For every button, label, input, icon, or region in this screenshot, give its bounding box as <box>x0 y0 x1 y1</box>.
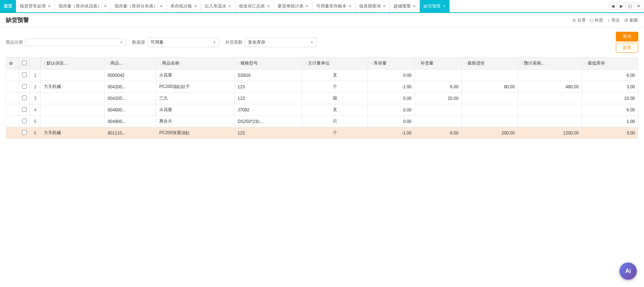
tab-order-stat[interactable]: 要货单统计表 ✕ <box>274 0 313 12</box>
share-label: 分享 <box>577 17 586 23</box>
tab-batch-account[interactable]: 库存批次账 ✕ <box>167 0 201 12</box>
tab-nav-buttons: ◀ ▶ ◱ ✕ <box>607 2 644 10</box>
tab-expiry-query[interactable]: 保质期查询 ✕ <box>356 0 390 12</box>
column-min-stock[interactable]: ↕ 最低库存 <box>582 57 638 70</box>
row-checkbox-cell-2[interactable] <box>19 81 30 93</box>
column-gear[interactable]: ⚙ <box>6 57 19 70</box>
close-tab-shortage[interactable]: ✕ <box>443 4 446 9</box>
column-unit[interactable]: ↕ 主计量单位 <box>302 57 367 70</box>
row-checkbox-1[interactable] <box>22 72 27 77</box>
tab-abnormal[interactable]: 拣货异常处理 ✕ <box>16 0 55 12</box>
row-product-name-4: 火花塞 <box>156 104 235 116</box>
sort-icon-latest-price: ↕ <box>465 61 466 65</box>
row-checkbox-cell-4[interactable] <box>19 104 30 116</box>
row-checkbox-4[interactable] <box>22 107 27 112</box>
tab-shortage[interactable]: 缺货预警 ✕ <box>420 0 450 12</box>
row-num-5: 5 <box>30 116 41 127</box>
tab-inventory-status[interactable]: 现存量（库存状况表） ✕ <box>55 0 111 12</box>
close-tab-abnormal[interactable]: ✕ <box>48 4 51 9</box>
column-supplier[interactable]: ↕ 默认供应... <box>41 57 105 70</box>
row-checkbox-cell-5[interactable] <box>19 116 30 127</box>
row-checkbox-2[interactable] <box>22 84 27 89</box>
export-icon: ↑ <box>608 18 610 23</box>
replenish-base-select[interactable]: 安全库存 ▼ <box>245 37 317 47</box>
replenish-base-label: 补货基数 <box>225 39 243 45</box>
tab-available-ledger[interactable]: 可用量库存账本 ✕ <box>313 0 356 12</box>
replenish-base-value: 安全库存 <box>248 39 265 45</box>
close-tab-order-stat[interactable]: ✕ <box>305 4 309 9</box>
category-select-arrow: ▼ <box>119 40 123 44</box>
row-spec-1: SS816 <box>235 70 302 81</box>
column-select-all[interactable] <box>19 57 30 70</box>
settings-button[interactable]: 设置 <box>616 43 638 53</box>
query-button[interactable]: 查询 <box>616 32 638 41</box>
tab-receive-summary[interactable]: 收发存汇总表 ✕ <box>235 0 274 12</box>
category-select[interactable]: ▼ <box>25 39 126 46</box>
tab-overstock[interactable]: 超储预警 ✕ <box>390 0 420 12</box>
sort-icon-est-purchase: ↕ <box>521 61 523 65</box>
row-est-purchase-1 <box>518 70 582 81</box>
row-checkbox-cell-1[interactable] <box>19 70 30 81</box>
gear-icon[interactable]: ⚙ <box>9 61 13 66</box>
replenish-button[interactable]: □ 补货 <box>590 17 603 23</box>
column-spec[interactable]: ↕ 规格型号 <box>235 57 302 70</box>
header-actions: ⎘ 分享 □ 补货 ↑ 导出 ↺ 刷新 <box>573 17 638 23</box>
row-replenish-qty-6: 6.00 <box>415 127 462 139</box>
table-header-row: ⚙ ↕ 默认供应... ↕ <box>6 57 638 70</box>
tab-next-button[interactable]: ▶ <box>617 2 625 10</box>
row-product-name-5: 离合片 <box>156 116 235 127</box>
main-table: ⚙ ↕ 默认供应... ↕ <box>6 57 638 139</box>
row-product-name-1: 火花塞 <box>156 70 235 81</box>
row-checkbox-6[interactable] <box>22 130 27 135</box>
ai-badge[interactable]: Ai <box>619 262 637 280</box>
datasource-select[interactable]: 可用量 ▼ <box>147 37 219 47</box>
close-tab-receive-summary[interactable]: ✕ <box>267 4 270 9</box>
column-replenish-qty[interactable]: ↕ 补货量 <box>415 57 462 70</box>
close-tab-batch-account[interactable]: ✕ <box>194 4 197 9</box>
row-latest-price-3 <box>462 93 518 104</box>
close-tab-available-ledger[interactable]: ✕ <box>348 4 352 9</box>
refresh-button[interactable]: ↺ 刷新 <box>624 17 638 23</box>
tab-home[interactable]: 首页 <box>0 0 16 12</box>
table-row: 4 004600... 火花塞 J7092 支 0.00 8.00 <box>6 104 638 116</box>
select-all-checkbox[interactable] <box>22 61 27 65</box>
row-checkbox-cell-3[interactable] <box>19 93 30 104</box>
column-est-purchase[interactable]: ↕ 预计采购... <box>518 57 582 70</box>
row-est-purchase-5 <box>518 116 582 127</box>
datasource-label: 数据源 <box>132 39 145 45</box>
row-gear-6 <box>6 127 19 139</box>
row-gear-3 <box>6 93 19 104</box>
share-button[interactable]: ⎘ 分享 <box>573 17 586 23</box>
row-checkbox-cell-6[interactable] <box>19 127 30 139</box>
close-tab-expiry-query[interactable]: ✕ <box>383 4 386 9</box>
row-checkbox-5[interactable] <box>22 119 27 123</box>
row-supplier-5 <box>41 116 105 127</box>
row-num-1: 1 <box>30 70 41 81</box>
column-rownum <box>30 57 41 70</box>
row-stock-1: 0.00 <box>367 70 414 81</box>
close-tab-inventory-dist[interactable]: ✕ <box>160 4 163 9</box>
table-container: ⚙ ↕ 默认供应... ↕ <box>0 57 644 139</box>
export-button[interactable]: ↑ 导出 <box>608 17 620 23</box>
tab-restore-button[interactable]: ◱ <box>626 2 634 10</box>
row-gear-2 <box>6 81 19 93</box>
tab-inout-flow[interactable]: 出入库流水 ✕ <box>201 0 235 12</box>
column-latest-price[interactable]: ↕ 最新进价 <box>462 57 518 70</box>
replenish-base-filter-group: 补货基数 安全库存 ▼ <box>225 37 317 47</box>
close-tab-inout-flow[interactable]: ✕ <box>228 4 231 9</box>
sort-icon-replenish-qty: ↕ <box>418 61 419 65</box>
row-checkbox-3[interactable] <box>22 96 27 100</box>
row-est-purchase-4 <box>518 104 582 116</box>
tab-close-button[interactable]: ✕ <box>635 2 643 10</box>
table-row: 5 004800... 离合片 DS250*23c... 只 0.00 1.00 <box>6 116 638 127</box>
row-latest-price-5 <box>462 116 518 127</box>
close-tab-inventory-status[interactable]: ✕ <box>104 4 107 9</box>
column-product-name[interactable]: ↕ 商品名称 <box>156 57 235 70</box>
column-stock[interactable]: ↕ 库存量 <box>367 57 414 70</box>
column-product-code[interactable]: ↕ 商品... <box>105 57 156 70</box>
tab-inventory-dist[interactable]: 现存量（库存分布表） ✕ <box>111 0 167 12</box>
sort-icon-spec: ↕ <box>238 61 239 65</box>
tab-prev-button[interactable]: ◀ <box>609 2 617 10</box>
close-tab-overstock[interactable]: ✕ <box>413 4 416 9</box>
row-product-name-6: PC200张紧油缸 <box>156 127 235 139</box>
